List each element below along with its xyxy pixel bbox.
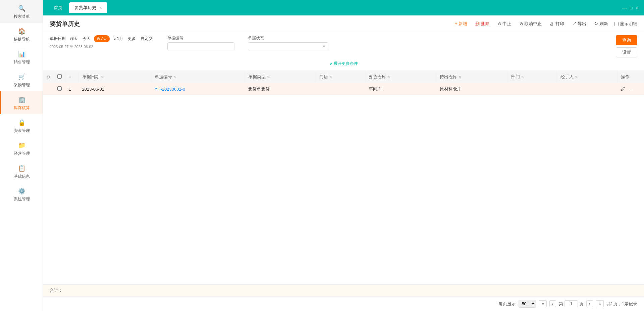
query-button[interactable]: 查询 (616, 35, 637, 45)
page-header: 要货单历史 + 新增 删 删除 ⊘ 中止 ⊘ 取消中止 🖨 打印 ↗ 导出 ↻ … (43, 15, 644, 31)
sidebar-item-finance-mgmt[interactable]: 🔒资金管理 (0, 114, 43, 137)
sidebar-item-label: 搜索菜单 (14, 14, 30, 19)
th-settings[interactable]: ⚙ (43, 71, 54, 83)
row-checkbox[interactable] (57, 86, 62, 91)
date-btn-today[interactable]: 今天 (81, 36, 92, 42)
window-minimize-btn[interactable]: — (623, 5, 627, 10)
row-pending-warehouse: 原材料仓库 (436, 83, 507, 95)
show-detail-checkbox[interactable] (614, 22, 619, 26)
prev-page-btn[interactable]: ‹ (549, 300, 556, 307)
delete-btn-label: 删 删除 (475, 21, 490, 27)
system-mgmt-icon: ⚙️ (18, 187, 25, 195)
current-page-input[interactable] (565, 300, 578, 307)
refresh-button[interactable]: ↻ 刷新 (592, 19, 610, 28)
table-head: ⚙ ≡ 单据日期 ⇅ 单据编号 (43, 71, 644, 83)
page-label-before: 第 (559, 301, 563, 307)
purchase-mgmt-icon: 🛒 (18, 73, 25, 81)
tab-active[interactable]: 要货单历史 × (69, 2, 107, 13)
main-area: 首页 要货单历史 × — □ × 要货单历史 + 新增 删 删除 ⊘ 中止 ⊘ … (43, 0, 644, 311)
first-page-btn[interactable]: « (539, 300, 546, 307)
print-button[interactable]: 🖨 打印 (548, 19, 566, 28)
quick-nav-icon: 🏠 (18, 28, 25, 35)
delete-button[interactable]: 删 删除 (473, 19, 492, 28)
row-num: 1 (65, 83, 79, 95)
sidebar-item-label: 系统管理 (14, 196, 30, 202)
docno-label: 单据编号 (167, 35, 234, 41)
search-menu-icon: 🔍 (18, 5, 25, 12)
tab-active-label: 要货单历史 (74, 5, 96, 11)
th-docno: 单据编号 ⇅ (151, 71, 245, 83)
select-all-checkbox[interactable] (57, 74, 62, 79)
date-btn-custom[interactable]: 自定义 (139, 36, 154, 42)
sidebar-item-sales-mgmt[interactable]: 📊销售管理 (0, 46, 43, 69)
window-maximize-btn[interactable]: □ (630, 5, 633, 10)
th-req-warehouse: 要货仓库 ⇅ (365, 71, 436, 83)
filter-docno-group: 单据编号 (167, 35, 234, 50)
date-btn-more[interactable]: 更多 (126, 36, 137, 42)
pagination: 每页显示 50 100 200 « ‹ 第 页 › » 共1页，1条记录 (43, 296, 644, 311)
date-btn-yesterday[interactable]: 昨天 (68, 36, 79, 42)
sort-dept-icon: ⇅ (521, 75, 524, 79)
page-label: 页 (579, 301, 584, 307)
content-area: 要货单历史 + 新增 删 删除 ⊘ 中止 ⊘ 取消中止 🖨 打印 ↗ 导出 ↻ … (43, 15, 644, 311)
sort-docno-icon: ⇅ (173, 75, 176, 79)
sidebar-item-purchase-mgmt[interactable]: 🛒采购管理 (0, 69, 43, 91)
sidebar-item-operations-mgmt[interactable]: 📁经营管理 (0, 137, 43, 160)
date-btn-1month[interactable]: 近1月 (112, 36, 125, 42)
window-close-btn[interactable]: × (636, 5, 639, 10)
sidebar-item-label: 销售管理 (14, 59, 30, 65)
summary-label: 合计： (50, 288, 63, 293)
per-page-select[interactable]: 50 100 200 (519, 300, 536, 308)
page-title: 要货单历史 (50, 20, 80, 28)
sidebar-item-system-mgmt[interactable]: ⚙️系统管理 (0, 183, 43, 206)
export-button[interactable]: ↗ 导出 (570, 19, 589, 28)
date-btn-7days[interactable]: 近7天 (94, 35, 110, 42)
th-date: 单据日期 ⇅ (79, 71, 151, 83)
date-btn-group: 昨天 今天 近7天 近1月 更多 自定义 (68, 35, 154, 42)
show-detail-toggle[interactable]: 显示明细 (614, 21, 637, 27)
setting-button[interactable]: 设置 (616, 47, 637, 57)
stop-button[interactable]: ⊘ 中止 (496, 19, 514, 28)
tab-home[interactable]: 首页 (48, 2, 68, 13)
sidebar-item-quick-nav[interactable]: 🏠快捷导航 (0, 23, 43, 46)
cancel-stop-button[interactable]: ⊘ 取消中止 (518, 19, 544, 28)
inventory-icon: 🏢 (18, 96, 25, 103)
th-checkbox (54, 71, 65, 83)
new-button[interactable]: + 新增 (453, 19, 469, 28)
tab-home-label: 首页 (54, 5, 62, 11)
status-label: 单据状态 (248, 35, 328, 41)
per-page-label: 每页显示 (498, 301, 516, 307)
sidebar-item-label: 资金管理 (14, 128, 30, 134)
sidebar-item-label: 经营管理 (14, 151, 30, 157)
more-icon[interactable]: ⋯ (628, 86, 633, 92)
filter-row: 单据日期 昨天 今天 近7天 近1月 更多 自定义 2023-05-27 至 2… (50, 35, 637, 57)
next-page-btn[interactable]: › (586, 300, 593, 307)
expand-more-btn[interactable]: ∨ 展开更多条件 (50, 61, 637, 66)
sort-req-icon: ⇅ (387, 75, 390, 79)
topbar: 首页 要货单历史 × — □ × (43, 0, 644, 15)
th-department: 部门 ⇅ (507, 71, 557, 83)
sidebar-item-search-menu[interactable]: 🔍搜索菜单 (0, 0, 43, 23)
row-operation: 🖊 ⋯ (617, 83, 644, 95)
row-date: 2023-06-02 (79, 83, 151, 95)
last-page-btn[interactable]: » (596, 300, 603, 307)
sort-doctype-icon: ⇅ (267, 75, 270, 79)
sidebar-item-inventory[interactable]: 🏢库存核算 (0, 91, 43, 114)
row-docno-link[interactable]: YH-20230602-0 (154, 87, 185, 92)
table-area: ⚙ ≡ 单据日期 ⇅ 单据编号 (43, 71, 644, 284)
sidebar-item-basic-info[interactable]: 📋基础信息 (0, 160, 43, 183)
main-table: ⚙ ≡ 单据日期 ⇅ 单据编号 (43, 71, 644, 95)
status-select[interactable] (248, 42, 328, 50)
th-num: ≡ (65, 71, 79, 83)
edit-icon[interactable]: 🖊 (621, 86, 625, 92)
th-handler: 经手人 ⇅ (557, 71, 617, 83)
operation-icons: 🖊 ⋯ (621, 86, 641, 92)
row-docno: YH-20230602-0 (151, 83, 245, 95)
docno-input[interactable] (167, 42, 234, 50)
th-operation: 操作 (617, 71, 644, 83)
row-checkbox-cell (54, 83, 65, 95)
sidebar-item-label: 基础信息 (14, 174, 30, 179)
row-store (316, 83, 365, 95)
sort-date-icon: ⇅ (101, 75, 104, 79)
tab-close-icon[interactable]: × (100, 5, 102, 10)
